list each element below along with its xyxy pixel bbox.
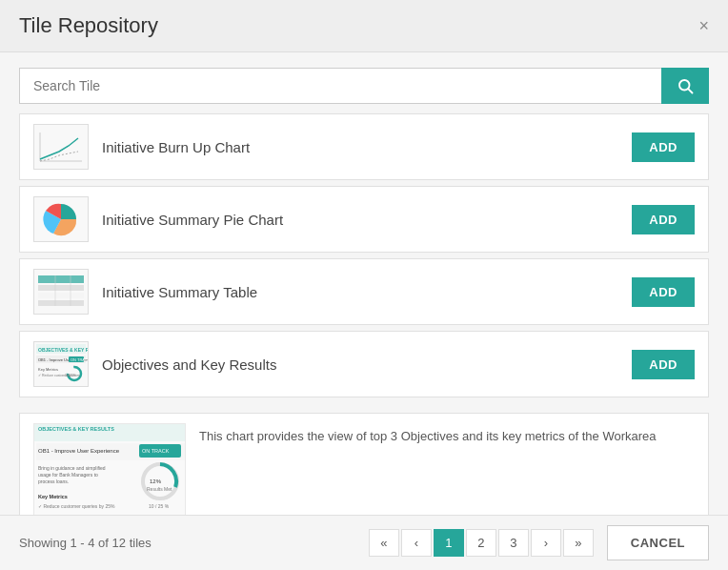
svg-text:usage for Bank Managers to: usage for Bank Managers to xyxy=(38,472,98,478)
page-2-button[interactable]: 2 xyxy=(466,529,496,557)
svg-text:Results Met: Results Met xyxy=(147,486,172,492)
tile-name: Initiative Burn Up Chart xyxy=(102,139,618,155)
svg-text:OBJECTIVES & KEY RESULTS: OBJECTIVES & KEY RESULTS xyxy=(38,347,88,353)
preview-thumbnail: OBJECTIVES & KEY RESULTS OB1 - Improve U… xyxy=(33,423,186,515)
page-first-button[interactable]: « xyxy=(369,529,399,557)
tile-repository-modal: Tile Repository × xyxy=(0,0,728,570)
tile-thumb-okr: OBJECTIVES & KEY RESULTS OB1 - Improve U… xyxy=(33,341,89,387)
list-item: OBJECTIVES & KEY RESULTS OB1 - Improve U… xyxy=(19,331,709,397)
svg-text:Key Metrics: Key Metrics xyxy=(38,367,58,372)
tile-list: Initiative Burn Up Chart ADD Initiative … xyxy=(19,113,709,403)
svg-text:Bring in guidance and simplifi: Bring in guidance and simplified xyxy=(38,465,106,471)
modal-footer: Showing 1 - 4 of 12 tiles « ‹ 1 2 3 › » … xyxy=(0,515,728,570)
tile-thumb-pie xyxy=(33,196,89,242)
list-item: Initiative Burn Up Chart ADD xyxy=(19,113,709,180)
tile-name: Initiative Summary Pie Chart xyxy=(102,212,618,228)
preview-panel: OBJECTIVES & KEY RESULTS OB1 - Improve U… xyxy=(19,413,709,515)
add-burn-up-button[interactable]: ADD xyxy=(632,132,695,162)
svg-line-1 xyxy=(688,89,692,92)
svg-text:process loans.: process loans. xyxy=(38,478,69,484)
page-last-button[interactable]: » xyxy=(563,529,594,557)
tile-name: Initiative Summary Table xyxy=(102,284,618,300)
pagination: « ‹ 1 2 3 › » xyxy=(369,529,594,557)
svg-text:12%: 12% xyxy=(150,478,162,484)
modal-body: Initiative Burn Up Chart ADD Initiative … xyxy=(0,52,728,515)
add-summary-table-button[interactable]: ADD xyxy=(632,277,695,307)
tile-name: Objectives and Key Results xyxy=(102,356,618,373)
close-button[interactable]: × xyxy=(698,17,709,34)
svg-text:OB1 - Improve User Experience: OB1 - Improve User Experience xyxy=(38,448,120,454)
svg-rect-9 xyxy=(38,285,84,291)
svg-rect-10 xyxy=(38,293,84,298)
tile-thumb-burnup xyxy=(33,124,89,170)
svg-text:Key Metrics: Key Metrics xyxy=(38,494,68,499)
list-item: Initiative Summary Table ADD xyxy=(19,258,709,325)
svg-text:10/25%: 10/25% xyxy=(65,374,76,377)
svg-rect-2 xyxy=(34,125,88,169)
svg-text:✓ Reduce customer queries by 2: ✓ Reduce customer queries by 25% xyxy=(38,503,115,509)
search-button[interactable] xyxy=(661,68,709,104)
search-row xyxy=(19,68,709,104)
preview-description: This chart provides the view of top 3 Ob… xyxy=(199,423,657,446)
search-icon xyxy=(677,77,694,94)
list-item: Initiative Summary Pie Chart ADD xyxy=(19,186,709,253)
modal-title: Tile Repository xyxy=(19,13,158,38)
tile-thumb-table xyxy=(33,269,89,315)
svg-text:ON TRACK: ON TRACK xyxy=(142,448,170,454)
modal-header: Tile Repository × xyxy=(0,0,728,52)
showing-text: Showing 1 - 4 of 12 tiles xyxy=(19,536,152,550)
svg-text:ON TRACK: ON TRACK xyxy=(71,357,88,362)
svg-text:OBJECTIVES & KEY RESULTS: OBJECTIVES & KEY RESULTS xyxy=(38,426,114,432)
cancel-button[interactable]: CANCEL xyxy=(607,525,709,560)
add-pie-chart-button[interactable]: ADD xyxy=(632,205,695,234)
page-1-button[interactable]: 1 xyxy=(434,529,464,557)
page-next-button[interactable]: › xyxy=(531,529,561,557)
svg-rect-11 xyxy=(38,300,84,306)
page-prev-button[interactable]: ‹ xyxy=(401,529,432,557)
search-input[interactable] xyxy=(19,68,661,104)
add-okr-button[interactable]: ADD xyxy=(632,350,695,379)
svg-text:10 / 25 %: 10 / 25 % xyxy=(149,503,170,509)
page-3-button[interactable]: 3 xyxy=(498,529,529,557)
svg-rect-8 xyxy=(38,275,84,283)
